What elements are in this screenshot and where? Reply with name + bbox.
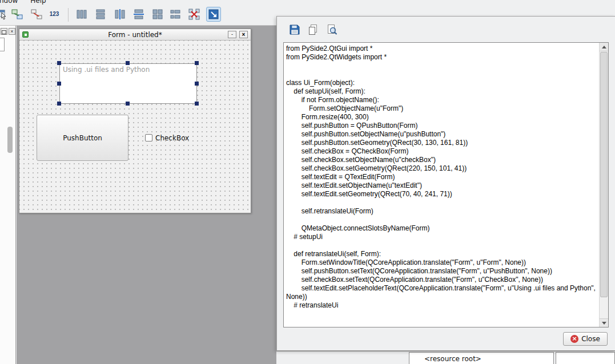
close-circle-icon	[570, 335, 578, 343]
close-button-label: Close	[581, 335, 600, 343]
selection-handle[interactable]	[57, 102, 61, 106]
edit-tab-order-button[interactable]: 123	[47, 7, 62, 22]
copy-icon	[307, 23, 319, 36]
break-layout-button[interactable]	[187, 7, 202, 22]
edit-tab-order-icon: 123	[48, 8, 61, 21]
layout-splitter-horizontal-icon	[114, 8, 126, 21]
layout-horizontal-icon	[75, 8, 88, 21]
code-preview-dialog: from PySide2.QtGui import * from PySide2…	[276, 16, 615, 351]
menubar: Window Help	[0, 0, 46, 5]
selection-handle[interactable]	[126, 102, 130, 106]
toolbar-separator	[68, 8, 69, 22]
layout-horizontal-button[interactable]	[74, 7, 89, 22]
resource-browser: <resource root>	[276, 351, 615, 364]
widget-filter-input[interactable]	[0, 38, 5, 51]
find-icon	[325, 23, 338, 36]
edit-signals-slots-icon	[11, 8, 23, 21]
layout-splitter-vertical-icon	[132, 8, 145, 21]
copy-button[interactable]	[306, 22, 320, 37]
menu-window[interactable]: Window	[0, 0, 18, 5]
adjust-size-button[interactable]	[206, 7, 221, 22]
dock-float-button[interactable]	[1, 28, 7, 35]
break-layout-icon	[188, 8, 200, 21]
selection-handle[interactable]	[195, 82, 199, 86]
code-text: from PySide2.QtGui import * from PySide2…	[284, 43, 600, 312]
selection-handle[interactable]	[57, 82, 61, 86]
selection-handle[interactable]	[195, 102, 199, 106]
textedit-placeholder: Using .ui files and Python	[63, 66, 150, 74]
dock-close-button[interactable]	[9, 28, 15, 35]
close-button[interactable]: Close	[563, 332, 608, 346]
form-editor-window: Form - untitled* - × Using .ui files and…	[19, 29, 251, 213]
code-scrollbar[interactable]	[599, 43, 608, 327]
edit-widgets-icon	[0, 8, 8, 21]
widget-box-scrollbar-thumb[interactable]	[7, 127, 13, 153]
layout-vertical-button[interactable]	[93, 7, 108, 22]
scrollbar-thumb[interactable]	[600, 52, 608, 297]
checkbox-label: CheckBox	[155, 134, 189, 142]
resource-root-label: <resource root>	[424, 355, 481, 363]
menu-help[interactable]: Help	[30, 0, 46, 5]
code-editor[interactable]: from PySide2.QtGui import * from PySide2…	[283, 42, 609, 327]
widget-box-dock	[0, 26, 16, 364]
form-titlebar[interactable]: Form - untitled* - ×	[19, 29, 251, 41]
selection-handle[interactable]	[57, 61, 61, 65]
resource-tree[interactable]: <resource root>	[409, 352, 554, 364]
checkbox-widget[interactable]: CheckBox	[145, 126, 203, 149]
layout-vertical-icon	[94, 8, 107, 21]
scroll-up-icon[interactable]	[600, 43, 608, 51]
layout-splitter-horizontal-button[interactable]	[112, 7, 127, 22]
edit-buddies-icon	[30, 8, 43, 21]
edit-buddies-button[interactable]	[29, 7, 44, 22]
save-button[interactable]	[287, 22, 302, 37]
edit-widgets-button[interactable]	[0, 7, 9, 22]
qt-designer-window: Window Help	[0, 0, 615, 364]
form-canvas[interactable]: Using .ui files and Python PushButton Ch…	[19, 41, 251, 213]
edit-signals-slots-button[interactable]	[10, 7, 25, 22]
scroll-down-icon[interactable]	[600, 318, 608, 327]
form-title: Form - untitled*	[19, 31, 251, 39]
layout-grid-button[interactable]	[150, 7, 165, 22]
layout-form-icon	[169, 8, 182, 21]
layout-form-button[interactable]	[168, 7, 183, 22]
save-icon	[288, 23, 301, 36]
selection-handle[interactable]	[126, 61, 130, 65]
layout-grid-icon	[151, 8, 164, 21]
checkbox-indicator[interactable]	[145, 134, 152, 141]
find-button[interactable]	[324, 22, 339, 37]
selection-handle[interactable]	[195, 61, 199, 65]
pushbutton-widget[interactable]: PushButton	[37, 115, 128, 161]
adjust-size-icon	[207, 8, 220, 21]
resource-files-pane[interactable]	[556, 352, 615, 364]
textedit-widget[interactable]: Using .ui files and Python	[59, 63, 197, 104]
layout-splitter-vertical-button[interactable]	[131, 7, 146, 22]
